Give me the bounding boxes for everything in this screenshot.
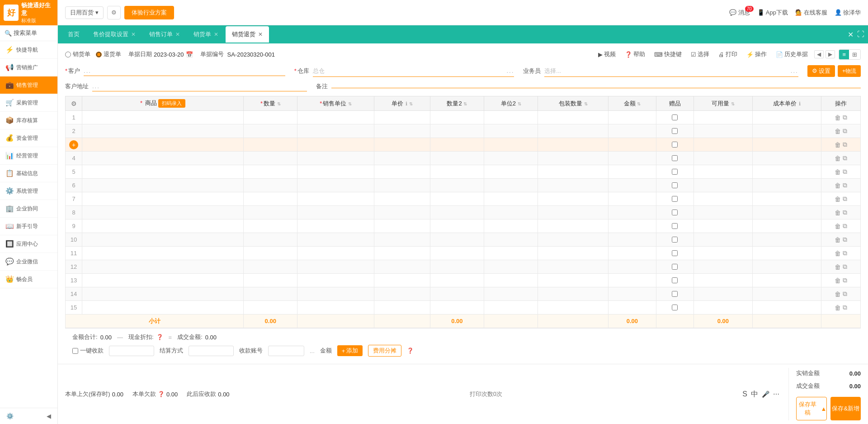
delete-btn-15[interactable]: 🗑 [835, 304, 841, 311]
sales-unit-cell-2[interactable] [297, 124, 374, 138]
gift-checkbox-2[interactable] [672, 128, 678, 134]
product-cell-9[interactable] [82, 219, 244, 233]
unit-price-cell-8[interactable] [374, 206, 430, 219]
product-cell-5[interactable] [82, 165, 244, 179]
discount-help-icon[interactable]: ❓ [156, 334, 163, 340]
message-badge[interactable]: 💬 消息 70 [729, 9, 750, 17]
sidebar-item-finance[interactable]: 💰 资金管理 [0, 129, 57, 147]
copy-btn-6[interactable]: ⧉ [843, 181, 847, 189]
unit-price-cell-4[interactable] [374, 152, 430, 165]
copy-btn-2[interactable]: ⧉ [843, 127, 847, 135]
amount-cell-3[interactable] [609, 138, 656, 152]
sidebar-item-purchase[interactable]: 🛒 采购管理 [0, 94, 57, 112]
delete-btn-12[interactable]: 🗑 [835, 263, 841, 271]
tab-close-price-settings[interactable]: ✕ [131, 31, 136, 38]
print-btn[interactable]: 🖨 打印 [716, 49, 740, 60]
maximize-icon[interactable]: ⛶ [857, 30, 864, 38]
sales-unit-cell-9[interactable] [297, 219, 374, 233]
unit2-cell-5[interactable] [484, 165, 538, 179]
quantity2-cell-10[interactable] [430, 233, 484, 247]
sales-unit-cell-6[interactable] [297, 179, 374, 192]
prev-doc-btn[interactable]: ◀ [814, 50, 824, 58]
copy-btn-13[interactable]: ⧉ [843, 276, 847, 284]
remarks-input[interactable] [331, 85, 861, 88]
product-cell-1[interactable] [82, 111, 244, 124]
amount-cell-15[interactable] [609, 301, 656, 314]
collapse-icon[interactable]: ◀ [47, 413, 51, 419]
operate-btn[interactable]: ⚡ 操作 [744, 49, 769, 60]
expense-split-btn[interactable]: 费用分摊 [368, 345, 401, 357]
tab-sales-order[interactable]: 销售订单 ✕ [143, 26, 186, 43]
unit-price-cell-3[interactable] [374, 138, 430, 152]
delete-btn-14[interactable]: 🗑 [835, 290, 841, 298]
unit2-cell-12[interactable] [484, 260, 538, 274]
delete-btn-10[interactable]: 🗑 [835, 236, 841, 243]
copy-btn-10[interactable]: ⧉ [843, 236, 847, 243]
user-info[interactable]: 👤 徐泽华 [835, 9, 861, 17]
product-cell-15[interactable] [82, 301, 244, 314]
quantity-cell-4[interactable] [244, 152, 297, 165]
sales-unit-cell-1[interactable] [297, 111, 374, 124]
salesperson-input[interactable]: 选择... ... [544, 66, 798, 77]
quantity2-cell-1[interactable] [430, 111, 484, 124]
sales-unit-cell-10[interactable] [297, 233, 374, 247]
amount-cell-5[interactable] [609, 165, 656, 179]
scan-btn[interactable]: 扫码录入 [158, 99, 185, 108]
video-btn[interactable]: ▶ 视频 [595, 49, 618, 60]
pack-qty-cell-12[interactable] [538, 260, 609, 274]
unit-price-cell-11[interactable] [374, 247, 430, 260]
delete-btn-6[interactable]: 🗑 [835, 181, 841, 189]
tab-close-sales-order[interactable]: ✕ [175, 31, 180, 38]
product-cell-6[interactable] [82, 179, 244, 192]
topbar-settings-icon[interactable]: ⚙ [107, 6, 121, 19]
tab-sales-return[interactable]: 销货退货 ✕ [226, 26, 269, 43]
copy-btn-9[interactable]: ⧉ [843, 222, 847, 230]
delete-btn-9[interactable]: 🗑 [835, 222, 841, 230]
quantity-cell-10[interactable] [244, 233, 297, 247]
experience-btn[interactable]: 体验行业方案 [124, 6, 174, 19]
pack-qty-cell-9[interactable] [538, 219, 609, 233]
more-icon[interactable]: ⋯ [773, 391, 779, 398]
zhong-icon[interactable]: 中 [751, 390, 758, 399]
amount-cell-8[interactable] [609, 206, 656, 219]
unit-price-cell-9[interactable] [374, 219, 430, 233]
account-no-input[interactable] [268, 346, 304, 356]
delete-btn-2[interactable]: 🗑 [835, 127, 841, 135]
quantity-cell-2[interactable] [244, 124, 297, 138]
gift-checkbox-3[interactable] [672, 142, 678, 148]
amount-cell-6[interactable] [609, 179, 656, 192]
grid-view-btn[interactable]: ⊞ [849, 50, 860, 59]
product-cell-2[interactable] [82, 124, 244, 138]
quantity2-cell-5[interactable] [430, 165, 484, 179]
delete-btn-5[interactable]: 🗑 [835, 168, 841, 176]
pack-qty-cell-5[interactable] [538, 165, 609, 179]
shortcut-btn[interactable]: ⌨ 快捷键 [651, 49, 684, 60]
calendar-icon[interactable]: 📅 [186, 51, 193, 58]
tab-close-sales-return[interactable]: ✕ [258, 31, 263, 38]
quantity2-cell-9[interactable] [430, 219, 484, 233]
save-new-btn[interactable]: 保存&新增 [830, 397, 861, 420]
radio-return[interactable]: 退货单 [96, 50, 121, 58]
sidebar-item-guide[interactable]: 📖 新手引导 [0, 218, 57, 235]
unit2-cell-10[interactable] [484, 233, 538, 247]
gift-checkbox-7[interactable] [672, 196, 678, 202]
quantity-cell-6[interactable] [244, 179, 297, 192]
unit-price-cell-15[interactable] [374, 301, 430, 314]
unit2-cell-6[interactable] [484, 179, 538, 192]
settings-icon[interactable]: ⚙️ [6, 413, 14, 419]
sidebar-item-inventory[interactable]: 📦 库存核算 [0, 112, 57, 129]
product-cell-10[interactable] [82, 233, 244, 247]
quantity-cell-11[interactable] [244, 247, 297, 260]
save-draft-btn[interactable]: 保存草稿 ▲ [796, 397, 827, 420]
amount-cell-2[interactable] [609, 124, 656, 138]
sogou-icon[interactable]: S [742, 390, 747, 398]
tab-price-settings[interactable]: 售价提取设置 ✕ [87, 26, 142, 43]
gift-checkbox-13[interactable] [672, 277, 678, 283]
pack-qty-cell-6[interactable] [538, 179, 609, 192]
quantity2-cell-8[interactable] [430, 206, 484, 219]
unit-price-cell-13[interactable] [374, 274, 430, 287]
delete-btn-7[interactable]: 🗑 [835, 195, 841, 203]
quantity2-cell-6[interactable] [430, 179, 484, 192]
unit-price-cell-5[interactable] [374, 165, 430, 179]
pack-qty-cell-10[interactable] [538, 233, 609, 247]
